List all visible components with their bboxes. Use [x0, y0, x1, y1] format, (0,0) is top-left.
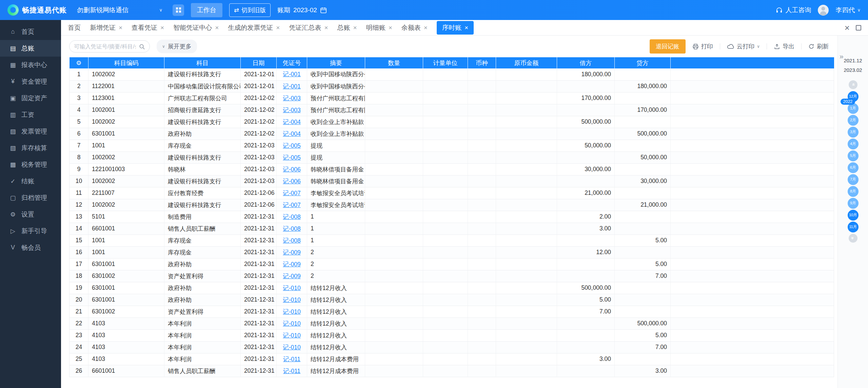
column-settings-gear-icon[interactable]: ⚙ — [70, 57, 88, 68]
column-header-借方[interactable]: 借方 — [557, 57, 615, 68]
table-row[interactable]: 146601001销售人员职工薪酬2021-12-31记-00813.00 — [70, 223, 834, 234]
table-row[interactable]: 176301001政府补助2021-12-31记-00925.00 — [70, 258, 834, 270]
scroll-up-button[interactable]: » — [849, 80, 857, 89]
tab-close-icon[interactable]: × — [215, 24, 219, 31]
sidebar-item-设置[interactable]: ⚙设置 — [0, 206, 61, 223]
sidebar-item-总账[interactable]: ▤总账 — [0, 40, 61, 57]
sidebar-item-发票管理[interactable]: ▨发票管理 — [0, 123, 61, 140]
voucher-link[interactable]: 记-010 — [283, 320, 301, 327]
expand-more-button[interactable]: ∨ 展开更多 — [157, 40, 197, 53]
voucher-link[interactable]: 记-010 — [283, 285, 301, 291]
column-header-原币金额[interactable]: 原币金额 — [496, 57, 557, 68]
voucher-link[interactable]: 记-010 — [283, 297, 301, 303]
voucher-link[interactable]: 记-008 — [283, 213, 301, 220]
sidebar-item-归档管理[interactable]: ▢归档管理 — [0, 189, 61, 206]
tab-close-icon[interactable]: × — [160, 24, 164, 31]
tab-生成的发票凭证[interactable]: 生成的发票凭证× — [228, 23, 280, 32]
tab-序时账[interactable]: 序时账× — [437, 21, 474, 35]
month-badge-11月[interactable]: 11月 — [848, 222, 859, 232]
table-row[interactable]: 101002002建设银行科技路支行2021-12-03记-006韩晓林借项目备… — [70, 175, 834, 187]
tab-余额表[interactable]: 余额表× — [401, 23, 428, 32]
print-button[interactable]: 打印 — [692, 42, 713, 50]
tab-凭证汇总表[interactable]: 凭证汇总表× — [289, 23, 328, 32]
table-row[interactable]: 81002002建设银行科技路支行2021-12-03记-005提现50,000… — [70, 151, 834, 163]
table-row[interactable]: 206301001政府补助2021-12-31记-010结转12月收入5.00 — [70, 294, 834, 306]
table-row[interactable]: 254103本年利润2021-12-31记-011结转12月成本费用3.00 — [70, 353, 834, 365]
month-badge-3月[interactable]: 3月 — [848, 127, 859, 138]
column-header-科目[interactable]: 科目 — [164, 57, 241, 68]
voucher-link[interactable]: 记-008 — [283, 237, 301, 244]
table-row[interactable]: 266601001销售人员职工薪酬2021-12-31记-011结转12月成本费… — [70, 365, 834, 377]
voucher-link[interactable]: 记-010 — [283, 332, 301, 339]
month-badge-7月[interactable]: 7月 — [848, 174, 859, 185]
export-button[interactable]: 导出 — [774, 42, 794, 50]
table-row[interactable]: 161001库存现金2021-12-31记-009212.00 — [70, 246, 834, 258]
voucher-link[interactable]: 记-009 — [283, 249, 301, 256]
sidebar-item-畅会员[interactable]: V畅会员 — [0, 239, 61, 256]
close-all-tabs-icon[interactable]: × — [845, 23, 850, 32]
column-header-凭证号[interactable]: 凭证号 — [277, 57, 307, 68]
tab-新增凭证[interactable]: 新增凭证× — [90, 23, 122, 32]
voucher-link[interactable]: 记-011 — [283, 368, 300, 374]
voucher-link[interactable]: 记-009 — [283, 273, 301, 280]
month-badge-8月[interactable]: 8月 — [848, 186, 859, 197]
sidebar-item-工资[interactable]: ▥工资 — [0, 106, 61, 123]
table-row[interactable]: 66301001政府补助2021-12-02记-004收到企业上市补贴款500,… — [70, 128, 834, 140]
column-header-数量[interactable]: 数量 — [365, 57, 423, 68]
voucher-link[interactable]: 记-009 — [283, 261, 301, 268]
company-select[interactable]: 勿删新锐网络通信 ∨ — [74, 4, 166, 17]
voucher-link[interactable]: 记-006 — [283, 166, 301, 173]
tab-明细账[interactable]: 明细账× — [366, 23, 392, 32]
column-header-日期[interactable]: 日期 — [241, 57, 277, 68]
table-row[interactable]: 224103本年利润2021-12-31记-010结转12月收入500,000.… — [70, 318, 834, 329]
table-row[interactable]: 112211007应付教育经费2021-12-06记-007李敏报安全员考试培训… — [70, 187, 834, 199]
month-badge-10月[interactable]: 10月 — [848, 210, 859, 221]
voucher-link[interactable]: 记-004 — [283, 119, 301, 125]
column-header-科目编码[interactable]: 科目编码 — [88, 57, 164, 68]
fullscreen-icon[interactable] — [856, 25, 861, 30]
column-header-计量单位[interactable]: 计量单位 — [423, 57, 468, 68]
voucher-link[interactable]: 记-003 — [283, 95, 301, 102]
tab-智能凭证中心[interactable]: 智能凭证中心× — [173, 23, 219, 32]
switch-old-version-button[interactable]: ⇄ 切到旧版 — [229, 3, 271, 17]
month-badge-2月[interactable]: 2月 — [848, 115, 859, 126]
voucher-link[interactable]: 记-001 — [283, 83, 301, 90]
collapse-panel-icon[interactable]: » — [840, 53, 844, 60]
sidebar-item-报表中心[interactable]: ▦报表中心 — [0, 57, 61, 73]
month-badge-9月[interactable]: 9月 — [848, 198, 859, 209]
workbench-button[interactable]: 工作台 — [191, 3, 222, 17]
support-button[interactable]: 人工咨询 — [776, 6, 811, 15]
table-row[interactable]: 121002002建设银行科技路支行2021-12-06记-007李敏报安全员考… — [70, 199, 834, 211]
voucher-link[interactable]: 记-001 — [283, 71, 301, 78]
month-badge-6月[interactable]: 6月 — [848, 162, 859, 173]
voucher-link[interactable]: 记-007 — [283, 202, 301, 208]
cloud-print-button[interactable]: 云打印 ∨ — [727, 42, 760, 50]
table-row[interactable]: 151001库存现金2021-12-31记-00815.00 — [70, 234, 834, 246]
refresh-button[interactable]: 刷新 — [808, 42, 829, 50]
table-row[interactable]: 41002001招商银行唐延路支行2021-12-02记-003预付广州联志工程… — [70, 104, 834, 116]
table-row[interactable]: 135101制造费用2021-12-31记-00812.00 — [70, 211, 834, 223]
tab-close-icon[interactable]: × — [424, 24, 428, 31]
month-badge-5月[interactable]: 5月 — [848, 150, 859, 161]
search-icon[interactable] — [139, 43, 145, 50]
tab-查看凭证[interactable]: 查看凭证× — [132, 23, 164, 32]
table-row[interactable]: 196301001政府补助2021-12-31记-010结转12月收入500,0… — [70, 282, 834, 294]
sidebar-item-新手引导[interactable]: ▷新手引导 — [0, 223, 61, 239]
table-row[interactable]: 244103本年利润2021-12-31记-010结转12月收入7.00 — [70, 341, 834, 353]
avatar[interactable] — [818, 5, 829, 16]
voucher-link[interactable]: 记-006 — [283, 178, 301, 185]
voucher-link[interactable]: 记-007 — [283, 190, 301, 197]
sidebar-item-税务管理[interactable]: ▩税务管理 — [0, 156, 61, 173]
table-row[interactable]: 186301002资产处置利得2021-12-31记-00927.00 — [70, 270, 834, 282]
table-row[interactable]: 51002002建设银行科技路支行2021-12-02记-004收到企业上市补贴… — [70, 116, 834, 128]
table-row[interactable]: 216301002资产处置利得2021-12-31记-010结转12月收入7.0… — [70, 306, 834, 318]
tab-总账[interactable]: 总账× — [337, 23, 357, 32]
voucher-link[interactable]: 记-008 — [283, 225, 301, 232]
column-header-贷方[interactable]: 贷方 — [615, 57, 671, 68]
tab-close-icon[interactable]: × — [324, 24, 328, 31]
unpost-button[interactable]: 退回记账 — [650, 39, 686, 54]
voucher-link[interactable]: 记-010 — [283, 308, 301, 315]
voucher-link[interactable]: 记-004 — [283, 130, 301, 137]
table-row[interactable]: 21122001中国移动集团设计院有限公司...2021-12-01记-001收… — [70, 80, 834, 92]
apps-grid-button[interactable] — [173, 4, 184, 16]
